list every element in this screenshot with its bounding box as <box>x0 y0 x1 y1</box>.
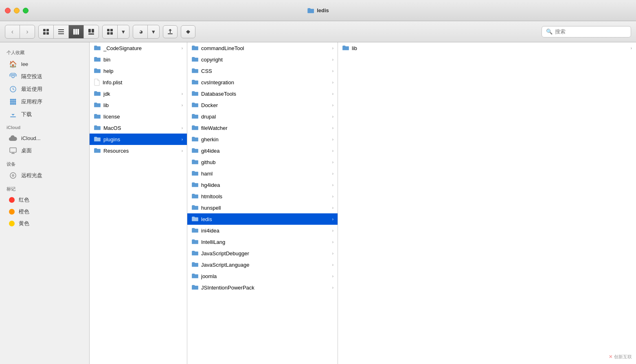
chevron-right-icon: › <box>332 285 333 290</box>
table-row[interactable]: lib › <box>338 42 636 54</box>
table-row[interactable]: JavaScriptLanguage › <box>187 259 338 270</box>
view-icon-button[interactable] <box>39 25 54 38</box>
table-row[interactable]: cvsIntegration › <box>187 77 338 88</box>
forward-button[interactable]: › <box>20 25 35 38</box>
sidebar-item-tag-red[interactable]: 红色 <box>2 194 87 206</box>
chevron-right-icon: › <box>332 228 333 233</box>
svg-point-23 <box>10 101 12 103</box>
svg-rect-9 <box>77 29 79 35</box>
table-row[interactable]: jdk › <box>90 88 187 99</box>
svg-rect-8 <box>75 29 77 35</box>
folder-icon <box>94 148 101 153</box>
settings-button[interactable] <box>133 25 148 38</box>
table-row[interactable]: MacOS › <box>90 122 187 134</box>
table-row[interactable]: plugins › <box>90 134 187 145</box>
table-row[interactable]: license <box>90 111 187 122</box>
svg-rect-16 <box>110 32 113 35</box>
folder-icon <box>94 68 101 74</box>
table-row[interactable]: gherkin › <box>187 134 338 145</box>
folder-icon <box>191 114 199 119</box>
group-dropdown-button[interactable]: ▾ <box>118 25 129 38</box>
settings-dropdown-button[interactable]: ▾ <box>148 25 159 38</box>
view-gallery-button[interactable] <box>84 25 99 38</box>
svg-point-25 <box>14 101 16 103</box>
chevron-right-icon: › <box>332 206 333 210</box>
minimize-button[interactable] <box>14 8 20 13</box>
file-column-3: lib › ✕ 创新互联 <box>338 42 636 364</box>
file-column-2: commandLineTool › copyright › CSS › cvsI… <box>187 42 338 364</box>
table-row[interactable]: hunspell › <box>187 202 338 213</box>
table-row[interactable]: bin <box>90 54 187 65</box>
sidebar-item-downloads[interactable]: 下载 <box>2 108 87 121</box>
sidebar-item-apps[interactable]: 应用程序 <box>2 96 87 108</box>
sidebar-label-lee: lee <box>21 61 28 67</box>
folder-icon <box>94 136 101 142</box>
table-row[interactable]: DatabaseTools › <box>187 88 338 99</box>
close-button[interactable] <box>5 8 11 13</box>
maximize-button[interactable] <box>23 8 29 13</box>
table-row[interactable]: lib › <box>90 99 187 111</box>
svg-rect-3 <box>46 32 49 35</box>
chevron-right-icon: › <box>182 126 183 130</box>
table-row[interactable]: drupal › <box>187 111 338 122</box>
svg-rect-6 <box>58 33 64 34</box>
sidebar-item-desktop[interactable]: 桌面 <box>2 145 87 157</box>
folder-icon <box>191 125 199 131</box>
svg-rect-11 <box>92 29 94 33</box>
file-name: github <box>201 159 330 165</box>
table-row[interactable]: help <box>90 65 187 77</box>
sidebar-label-airdrop: 隔空投送 <box>21 73 42 80</box>
table-row[interactable]: ledis › <box>187 213 338 225</box>
file-name: license <box>103 114 183 120</box>
file-name: drupal <box>201 114 330 120</box>
chevron-right-icon: › <box>332 137 333 142</box>
table-row[interactable]: joomla › <box>187 270 338 282</box>
sidebar-item-airdrop[interactable]: 隔空投送 <box>2 70 87 83</box>
table-row[interactable]: github › <box>187 156 338 168</box>
chevron-right-icon: › <box>332 251 333 256</box>
table-row[interactable]: Docker › <box>187 99 338 111</box>
chevron-right-icon: › <box>332 92 333 96</box>
share-button[interactable] <box>163 25 178 38</box>
titlebar: ledis <box>0 0 636 21</box>
folder-icon <box>191 79 199 85</box>
svg-point-27 <box>12 103 14 105</box>
table-row[interactable]: JSIntentionPowerPack › <box>187 282 338 293</box>
sidebar-item-icloud[interactable]: iCloud... <box>2 132 87 144</box>
table-row[interactable]: hg4idea › <box>187 179 338 191</box>
table-row[interactable]: htmltools › <box>187 191 338 202</box>
table-row[interactable]: fileWatcher › <box>187 122 338 134</box>
file-column-1: _CodeSignature › bin help Info.plist <box>90 42 187 364</box>
table-row[interactable]: Info.plist <box>90 77 187 88</box>
view-list-button[interactable] <box>54 25 69 38</box>
sidebar-item-tag-yellow[interactable]: 黄色 <box>2 218 87 229</box>
search-input[interactable] <box>555 29 627 35</box>
sidebar-label-recents: 最近使用 <box>21 86 42 93</box>
chevron-right-icon: › <box>631 46 632 50</box>
folder-icon <box>94 114 101 119</box>
chevron-right-icon: › <box>332 69 333 73</box>
sidebar-item-recents[interactable]: 最近使用 <box>2 83 87 95</box>
table-row[interactable]: Resources › <box>90 145 187 156</box>
svg-rect-13 <box>107 29 110 31</box>
view-column-button[interactable] <box>69 25 84 38</box>
table-row[interactable]: ini4idea › <box>187 225 338 236</box>
table-row[interactable]: git4idea › <box>187 145 338 156</box>
search-box[interactable]: 🔍 <box>542 26 631 37</box>
tag-button[interactable] <box>181 25 195 38</box>
sidebar-item-lee[interactable]: 🏠 lee <box>2 58 87 70</box>
table-row[interactable]: CSS › <box>187 65 338 77</box>
table-row[interactable]: commandLineTool › <box>187 42 338 54</box>
group-button[interactable] <box>103 25 118 38</box>
sidebar-item-remote-disc[interactable]: 远程光盘 <box>2 169 87 182</box>
table-row[interactable]: IntelliLang › <box>187 236 338 248</box>
table-row[interactable]: _CodeSignature › <box>90 42 187 54</box>
sidebar-item-tag-orange[interactable]: 橙色 <box>2 206 87 217</box>
table-row[interactable]: JavaScriptDebugger › <box>187 248 338 259</box>
folder-icon <box>191 193 199 199</box>
settings-buttons: ▾ <box>133 25 160 39</box>
table-row[interactable]: haml › <box>187 168 338 179</box>
back-button[interactable]: ‹ <box>5 25 20 38</box>
table-row[interactable]: copyright › <box>187 54 338 65</box>
file-name: htmltools <box>201 193 330 200</box>
